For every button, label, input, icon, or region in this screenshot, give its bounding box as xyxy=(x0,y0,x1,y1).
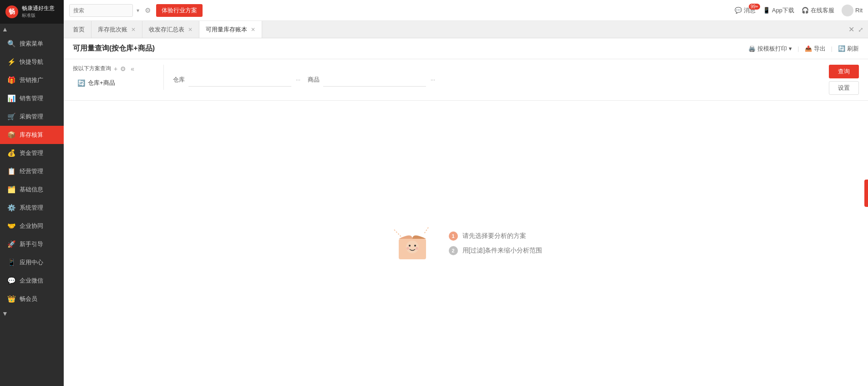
sidebar-item-basic[interactable]: 🗂️ 基础信息 xyxy=(0,180,64,199)
print-chevron-icon: ▾ xyxy=(789,45,792,52)
product-input[interactable] xyxy=(323,73,426,87)
svg-point-1 xyxy=(406,241,419,253)
rocket-icon: 🚀 xyxy=(7,240,16,248)
right-scroll-hint xyxy=(864,180,868,207)
filter-fields: 仓库 ··· 商品 ··· 查询 设置 xyxy=(164,65,859,95)
empty-step-2: 2 用[过滤]条件来缩小分析范围 xyxy=(449,246,543,255)
app-download-button[interactable]: 📱 App下载 xyxy=(763,6,794,15)
tab-inventory-summary[interactable]: 收发存汇总表 ✕ xyxy=(142,21,199,38)
empty-text: 1 请先选择要分析的方案 2 用[过滤]条件来缩小分析范围 xyxy=(449,232,543,255)
sidebar: 畅 畅康通好生意 标准版 ▲ 🔍 搜索菜单 ⚡ 快捷导航 🎁 营销推广 📊 销售… xyxy=(0,0,64,386)
search-chevron-icon[interactable]: ▾ xyxy=(137,7,139,14)
tab-close-available[interactable]: ✕ xyxy=(251,26,255,33)
online-service-button[interactable]: 🎧 在线客服 xyxy=(802,6,834,15)
box-icon: 📦 xyxy=(7,131,16,139)
sidebar-item-onboarding[interactable]: 🚀 新手引导 xyxy=(0,235,64,253)
sidebar-item-finance[interactable]: 💰 资金管理 xyxy=(0,144,64,162)
topbar-search-area xyxy=(69,4,133,17)
page-header-actions: 🖨️ 按模板打印 ▾ | 📤 导出 | 🔄 刷新 xyxy=(748,45,859,53)
industry-solution-button[interactable]: 体验行业方案 xyxy=(156,4,203,17)
filter-action-buttons: 查询 设置 xyxy=(829,65,859,95)
search-input[interactable] xyxy=(69,4,133,17)
empty-state: 1 请先选择要分析的方案 2 用[过滤]条件来缩小分析范围 xyxy=(64,101,868,386)
empty-step-1: 1 请先选择要分析的方案 xyxy=(449,232,543,241)
sidebar-item-quick-nav[interactable]: ⚡ 快捷导航 xyxy=(0,53,64,71)
clipboard-icon: 📋 xyxy=(7,167,16,175)
settings-icon[interactable]: ⚙ xyxy=(145,6,151,15)
filter-settings-button[interactable]: 设置 xyxy=(829,81,859,95)
topbar: ▾ ⚙ 体验行业方案 💬 消息 99+ 📱 App下载 🎧 在线客服 Rit xyxy=(64,0,868,21)
message-badge: 99+ xyxy=(749,4,760,10)
empty-svg xyxy=(390,221,435,266)
chart-icon: 📊 xyxy=(7,94,16,103)
crown-icon: 👑 xyxy=(7,295,16,303)
product-field: 商品 ··· xyxy=(308,73,435,87)
message-button[interactable]: 💬 消息 99+ xyxy=(735,6,756,15)
user-menu[interactable]: Rit xyxy=(842,5,863,16)
message-icon: 💬 xyxy=(735,7,742,14)
logo-icon: 畅 xyxy=(5,5,18,18)
step-2-num: 2 xyxy=(449,246,458,255)
filter-scheme-item[interactable]: 🔄 仓库+商品 xyxy=(73,76,156,90)
logo-text: 畅康通好生意 标准版 xyxy=(22,5,55,19)
svg-point-5 xyxy=(416,247,418,250)
refresh-button[interactable]: 🔄 刷新 xyxy=(838,45,859,53)
scheme-rotate-icon: 🔄 xyxy=(77,79,85,87)
page-content: 可用量查询(按仓库+商品) 🖨️ 按模板打印 ▾ | 📤 导出 | 🔄 刷新 xyxy=(64,38,868,386)
page-title: 可用量查询(按仓库+商品) xyxy=(73,44,155,53)
sidebar-item-marketing[interactable]: 🎁 营销推广 xyxy=(0,71,64,89)
warehouse-more-icon[interactable]: ··· xyxy=(296,77,300,83)
sidebar-item-appstore[interactable]: 📱 应用中心 xyxy=(0,253,64,272)
mobile-icon: 📱 xyxy=(7,258,16,267)
svg-point-4 xyxy=(406,247,409,250)
export-icon: 📤 xyxy=(805,45,812,52)
sidebar-scroll-up[interactable]: ▲ xyxy=(0,24,10,35)
filter-area: 按以下方案查询 + ⚙ « 🔄 仓库+商品 仓库 ··· 商品 xyxy=(64,59,868,101)
tab-available-stock[interactable]: 可用量库存账本 ✕ xyxy=(199,21,262,38)
sidebar-item-wechat[interactable]: 💬 企业微信 xyxy=(0,272,64,290)
collapse-icon[interactable]: « xyxy=(131,65,134,72)
step-1-text: 请先选择要分析的方案 xyxy=(462,232,526,240)
search-icon: 🔍 xyxy=(7,40,16,48)
tab-close-batch[interactable]: ✕ xyxy=(131,26,136,33)
printer-icon: 🖨️ xyxy=(748,45,756,52)
tab-bar: 首页 库存批次账 ✕ 收发存汇总表 ✕ 可用量库存账本 ✕ ✕ ⤢ xyxy=(64,21,868,38)
warehouse-input[interactable] xyxy=(188,73,291,87)
sidebar-item-purchase[interactable]: 🛒 采购管理 xyxy=(0,108,64,126)
topbar-right-actions: 💬 消息 99+ 📱 App下载 🎧 在线客服 Rit xyxy=(735,5,863,16)
close-tab-button[interactable]: ✕ xyxy=(848,25,854,34)
template-print-button[interactable]: 🖨️ 按模板打印 ▾ xyxy=(748,45,792,53)
sidebar-nav: ▲ 🔍 搜索菜单 ⚡ 快捷导航 🎁 营销推广 📊 销售管理 🛒 采购管理 📦 库… xyxy=(0,24,64,386)
expand-button[interactable]: ⤢ xyxy=(858,26,863,33)
filter-scheme-label: 按以下方案查询 + ⚙ « xyxy=(73,65,156,72)
filter-scheme-panel: 按以下方案查询 + ⚙ « 🔄 仓库+商品 xyxy=(73,65,164,90)
tab-close-summary[interactable]: ✕ xyxy=(188,26,193,33)
step-2-text: 用[过滤]条件来缩小分析范围 xyxy=(462,247,543,255)
scheme-settings-icon[interactable]: ⚙ xyxy=(120,65,126,72)
sidebar-item-search[interactable]: 🔍 搜索菜单 xyxy=(0,35,64,53)
step-1-num: 1 xyxy=(449,232,458,241)
export-button[interactable]: 📤 导出 xyxy=(805,45,826,53)
tabbar-actions: ✕ ⤢ xyxy=(844,25,868,34)
product-more-icon[interactable]: ··· xyxy=(431,77,435,83)
gift-icon: 🎁 xyxy=(7,76,16,84)
phone-icon: 📱 xyxy=(763,7,770,14)
sidebar-item-enterprise[interactable]: 🤝 企业协同 xyxy=(0,217,64,235)
sidebar-item-sales[interactable]: 📊 销售管理 xyxy=(0,89,64,108)
sidebar-scroll-down[interactable]: ▼ xyxy=(0,308,10,319)
add-scheme-icon[interactable]: + xyxy=(114,65,117,72)
handshake-icon: 🤝 xyxy=(7,222,16,230)
sidebar-item-operations[interactable]: 📋 经营管理 xyxy=(0,162,64,180)
warehouse-field: 仓库 ··· xyxy=(173,73,300,87)
cart-icon: 🛒 xyxy=(7,113,16,121)
query-button[interactable]: 查询 xyxy=(829,65,859,78)
svg-line-6 xyxy=(394,230,401,237)
svg-point-2 xyxy=(409,245,411,247)
tab-batch-account[interactable]: 库存批次账 ✕ xyxy=(91,21,142,38)
svg-line-7 xyxy=(424,227,428,234)
sidebar-item-inventory[interactable]: 📦 库存核算 xyxy=(0,126,64,144)
page-header: 可用量查询(按仓库+商品) 🖨️ 按模板打印 ▾ | 📤 导出 | 🔄 刷新 xyxy=(64,38,868,59)
tab-home[interactable]: 首页 xyxy=(64,21,91,38)
sidebar-item-vip[interactable]: 👑 畅会员 xyxy=(0,290,64,308)
sidebar-item-system[interactable]: ⚙️ 系统管理 xyxy=(0,199,64,217)
